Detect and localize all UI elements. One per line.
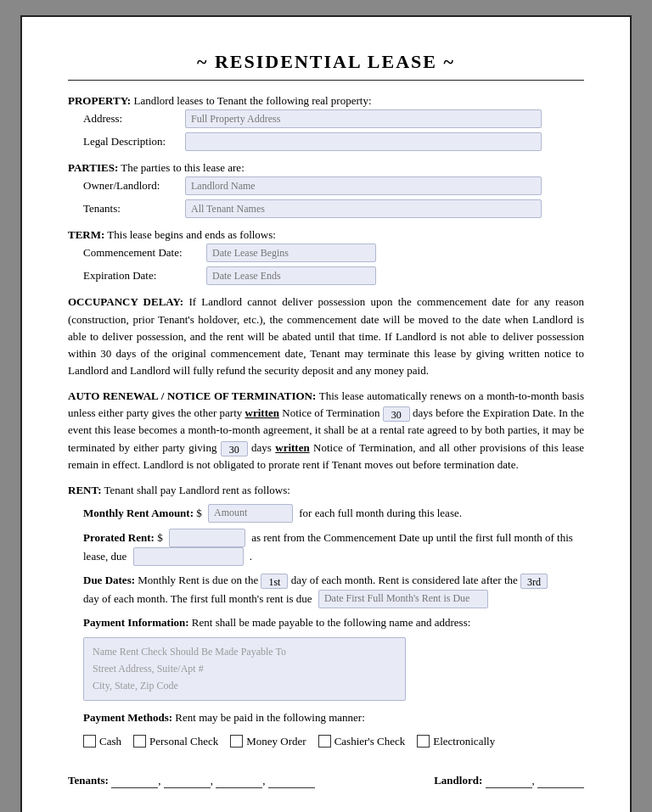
tenant-sig-2	[164, 774, 211, 788]
methods-list: Cash Personal Check Money Order Cashier'…	[83, 733, 584, 751]
auto-renewal-text4: days	[251, 441, 272, 454]
money-order-label: Money Order	[246, 733, 306, 751]
rent-intro: Tenant shall pay Landlord rent as follow…	[104, 484, 290, 496]
property-intro: Landlord leases to Tenant the following …	[133, 94, 371, 107]
document-title: ~ RESIDENTIAL LEASE ~	[68, 51, 584, 73]
cashiers-check-label: Cashier's Check	[334, 733, 406, 751]
prorated-rent-row: Prorated Rent: $ as rent from the Commen…	[83, 529, 584, 566]
cash-label: Cash	[99, 733, 121, 751]
cashiers-check-checkbox[interactable]	[318, 735, 331, 748]
payment-methods-row: Payment Methods: Rent may be paid in the…	[83, 709, 584, 751]
auto-renewal-label: AUTO RENEWAL / NOTICE OF TERMINATION:	[68, 389, 316, 402]
payment-info-block: Name Rent Check Should Be Made Payable T…	[83, 637, 406, 701]
commence-row: Commencement Date:	[83, 244, 584, 262]
tenants-sig-area: Tenants: , , ,	[68, 774, 315, 788]
monthly-suffix: for each full month during this lease.	[299, 506, 462, 518]
days2-box: 30	[221, 441, 248, 456]
money-order-checkbox[interactable]	[230, 735, 243, 748]
occupancy-label: OCCUPANCY DELAY:	[68, 295, 183, 308]
expire-input[interactable]	[206, 266, 376, 285]
parties-intro: The parties to this lease are:	[121, 161, 244, 174]
parties-section: PARTIES: The parties to this lease are: …	[68, 160, 584, 218]
days1-box: 30	[383, 406, 410, 422]
legal-label: Legal Description:	[83, 135, 185, 148]
monthly-rent-label: Monthly Rent Amount:	[83, 506, 194, 518]
due-dates-label: Due Dates:	[83, 574, 135, 586]
payment-info-label: Payment Information:	[83, 616, 189, 629]
address-row: Address:	[83, 109, 584, 128]
tenant-sig-4	[268, 774, 315, 788]
method-personal-check: Personal Check	[133, 733, 218, 751]
document-page: ~ RESIDENTIAL LEASE ~ PROPERTY: Landlord…	[20, 15, 632, 812]
property-section: PROPERTY: Landlord leases to Tenant the …	[68, 92, 584, 151]
legal-input[interactable]	[185, 132, 542, 151]
payment-methods-intro: Rent may be paid in the following manner…	[175, 711, 364, 724]
commence-label: Commencement Date:	[83, 246, 206, 260]
tenant-sig-1	[111, 774, 158, 788]
payment-city: City, State, Zip Code	[93, 677, 396, 694]
payment-info-intro: Rent shall be made payable to the follow…	[192, 616, 471, 629]
address-input[interactable]	[185, 109, 542, 128]
due-dates-text3: day of each month. The first full month'…	[83, 591, 312, 604]
landlord-footer-label: Landlord:	[434, 774, 482, 787]
tenants-row: Tenants:	[83, 199, 584, 218]
payment-methods-label: Payment Methods:	[83, 711, 172, 724]
method-money-order: Money Order	[230, 733, 306, 751]
tenants-label: Tenants:	[83, 202, 185, 216]
monthly-amount-input[interactable]	[208, 504, 293, 523]
electronically-label: Electronically	[433, 733, 495, 751]
tenants-input[interactable]	[185, 199, 542, 218]
personal-check-checkbox[interactable]	[133, 735, 146, 748]
rent-label: RENT:	[68, 484, 101, 496]
due-day2-box: 3rd	[520, 574, 548, 589]
cash-checkbox[interactable]	[83, 735, 96, 748]
landlord-sig-1	[486, 774, 532, 788]
auto-renewal-written: written	[245, 406, 279, 419]
owner-label: Owner/Landlord:	[83, 179, 185, 193]
expire-label: Expiration Date:	[83, 269, 206, 283]
payment-name: Name Rent Check Should Be Made Payable T…	[93, 643, 396, 660]
method-cash: Cash	[83, 733, 121, 751]
property-label: PROPERTY:	[68, 94, 131, 107]
title-divider	[68, 80, 584, 81]
landlord-sig-2	[537, 774, 584, 788]
occupancy-section: OCCUPANCY DELAY: If Landlord cannot deli…	[68, 294, 584, 379]
expire-row: Expiration Date:	[83, 266, 584, 285]
due-dates-row: Due Dates: Monthly Rent is due on the 1s…	[83, 572, 584, 608]
method-cashiers-check: Cashier's Check	[318, 733, 406, 751]
due-first-month-input[interactable]	[318, 590, 488, 608]
monthly-rent-row: Monthly Rent Amount: $ for each full mon…	[83, 504, 584, 523]
owner-row: Owner/Landlord:	[83, 176, 584, 195]
legal-row: Legal Description:	[83, 132, 584, 151]
term-section: TERM: This lease begins and ends as foll…	[68, 227, 584, 285]
payment-street: Street Address, Suite/Apt #	[93, 660, 396, 677]
parties-label: PARTIES:	[68, 161, 118, 174]
electronically-checkbox[interactable]	[417, 735, 430, 748]
tenants-footer-label: Tenants:	[68, 774, 109, 787]
prorated-amount-input[interactable]	[169, 529, 245, 547]
due-day1-box: 1st	[261, 574, 288, 589]
term-label: TERM:	[68, 228, 104, 241]
payment-info-row: Payment Information: Rent shall be made …	[83, 614, 584, 701]
prorated-label: Prorated Rent:	[83, 530, 155, 543]
auto-renewal-text2: Notice of Termination	[282, 406, 379, 419]
due-dates-text2: day of each month. Rent is considered la…	[291, 574, 518, 586]
auto-renewal-written2: written	[275, 441, 309, 454]
commence-input[interactable]	[206, 244, 376, 262]
method-electronically: Electronically	[417, 733, 495, 751]
personal-check-label: Personal Check	[149, 733, 218, 751]
owner-input[interactable]	[185, 176, 542, 195]
tenant-sig-3	[216, 774, 262, 788]
monthly-dollar: $	[196, 506, 202, 518]
footer-row: Tenants: , , , Landlord: ,	[68, 774, 584, 788]
landlord-sig-area: Landlord: ,	[434, 774, 584, 788]
prorated-due-input[interactable]	[133, 547, 244, 566]
term-intro: This lease begins and ends as follows:	[107, 228, 276, 241]
auto-renewal-section: AUTO RENEWAL / NOTICE OF TERMINATION: Th…	[68, 388, 584, 473]
prorated-dollar: $	[157, 530, 163, 543]
address-label: Address:	[83, 112, 185, 126]
rent-section: RENT: Tenant shall pay Landlord rent as …	[68, 482, 584, 751]
due-dates-text1: Monthly Rent is due on the	[138, 574, 258, 586]
